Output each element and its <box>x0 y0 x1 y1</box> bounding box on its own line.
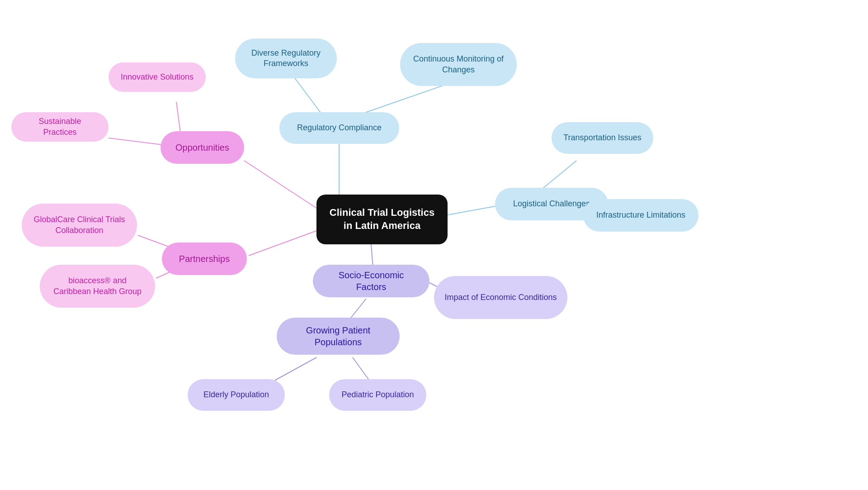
svg-line-3 <box>448 206 497 215</box>
svg-line-16 <box>353 357 371 382</box>
innovative-solutions-node: Innovative Solutions <box>108 62 206 92</box>
globalcare-node: GlobalCare Clinical Trials Collaboration <box>22 204 137 247</box>
growing-patient-node: Growing Patient Populations <box>277 318 400 355</box>
pediatric-population-node: Pediatric Population <box>329 379 426 411</box>
partnerships-node: Partnerships <box>162 243 247 275</box>
svg-line-15 <box>271 357 316 382</box>
regulatory-compliance-node: Regulatory Compliance <box>279 112 399 144</box>
continuous-monitoring-node: Continuous Monitoring of Changes <box>400 43 517 86</box>
diverse-regulatory-node: Diverse Regulatory Frameworks <box>235 38 337 78</box>
socio-economic-node: Socio-Economic Factors <box>313 265 429 297</box>
bioaccess-node: bioaccess® and Caribbean Health Group <box>40 265 155 308</box>
transportation-issues-node: Transportation Issues <box>552 122 653 154</box>
svg-line-6 <box>244 161 316 208</box>
elderly-population-node: Elderly Population <box>188 379 285 411</box>
svg-line-7 <box>176 102 181 136</box>
svg-line-9 <box>249 231 316 256</box>
impact-economic-node: Impact of Economic Conditions <box>434 276 567 319</box>
center-node: Clinical Trial Logistics in Latin Americ… <box>316 195 448 244</box>
infrastructure-limitations-node: Infrastructure Limitations <box>583 199 698 232</box>
svg-line-8 <box>108 138 163 145</box>
opportunities-node: Opportunities <box>160 131 244 164</box>
svg-line-1 <box>294 77 321 113</box>
sustainable-practices-node: Sustainable Practices <box>11 112 108 142</box>
